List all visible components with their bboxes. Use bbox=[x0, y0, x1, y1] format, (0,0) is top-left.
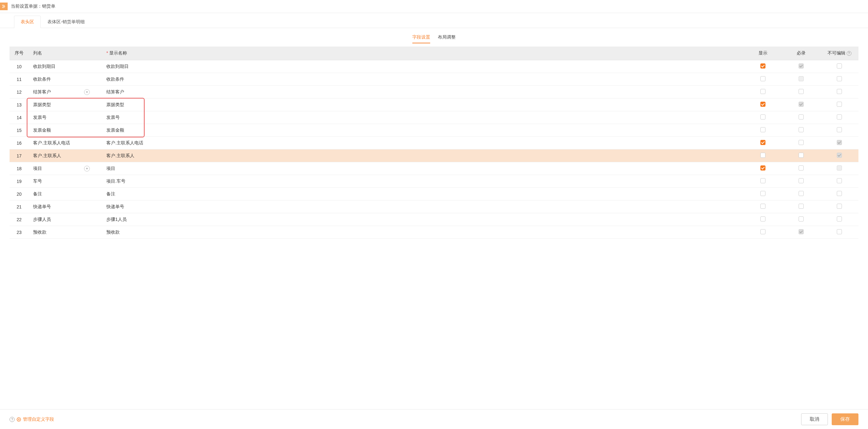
cell-display[interactable]: 快递单号 bbox=[102, 200, 744, 213]
checkbox-show[interactable] bbox=[761, 76, 766, 81]
col-header-show: 显示 bbox=[744, 47, 782, 60]
table-row[interactable]: 17客户.主联系人客户.主联系人 bbox=[9, 149, 859, 162]
cell-display[interactable]: 客户.主联系人电话 bbox=[102, 137, 744, 149]
checkbox-show[interactable] bbox=[761, 178, 766, 183]
table-row[interactable]: 22步骤人员步骤1人员 bbox=[9, 213, 859, 226]
cell-display[interactable]: 备注 bbox=[102, 188, 744, 200]
checkbox-required[interactable] bbox=[799, 153, 804, 158]
cell-seq: 18 bbox=[9, 162, 29, 175]
cell-show bbox=[744, 137, 782, 149]
table-row[interactable]: 13票据类型票据类型 bbox=[9, 98, 859, 111]
cell-display[interactable]: 收款到期日 bbox=[102, 60, 744, 73]
cell-required bbox=[782, 162, 820, 175]
add-child-button[interactable]: + bbox=[84, 166, 90, 171]
table-row[interactable]: 23预收款预收款 bbox=[9, 226, 859, 239]
checkbox-required[interactable] bbox=[799, 114, 804, 119]
cell-display[interactable]: 客户.主联系人 bbox=[102, 149, 744, 162]
cell-name: 车号 bbox=[29, 175, 102, 188]
checkbox-readonly[interactable] bbox=[837, 217, 842, 222]
checkbox-readonly[interactable] bbox=[837, 89, 842, 94]
checkbox-readonly bbox=[837, 140, 842, 145]
table-row[interactable]: 10收款到期日收款到期日 bbox=[9, 60, 859, 73]
checkbox-show[interactable] bbox=[761, 63, 766, 68]
checkbox-readonly[interactable] bbox=[837, 76, 842, 81]
primary-tab-0[interactable]: 表头区 bbox=[14, 16, 41, 28]
cell-display[interactable]: 项目.车号 bbox=[102, 175, 744, 188]
cell-seq: 14 bbox=[9, 111, 29, 124]
table-row[interactable]: 15发票金额发票金额 bbox=[9, 124, 859, 137]
cell-name: 步骤人员 bbox=[29, 213, 102, 226]
checkbox-required[interactable] bbox=[799, 191, 804, 196]
cell-display[interactable]: 项目 bbox=[102, 162, 744, 175]
secondary-tab-0[interactable]: 字段设置 bbox=[412, 32, 430, 44]
cell-required bbox=[782, 98, 820, 111]
checkbox-required[interactable] bbox=[799, 165, 804, 171]
checkbox-show[interactable] bbox=[761, 229, 766, 234]
cell-readonly bbox=[820, 200, 859, 213]
checkbox-required[interactable] bbox=[799, 204, 804, 209]
table-row[interactable]: 12结算客户+结算客户 bbox=[9, 86, 859, 98]
table-row[interactable]: 11收款条件收款条件 bbox=[9, 73, 859, 86]
checkbox-readonly[interactable] bbox=[837, 229, 842, 234]
checkbox-readonly[interactable] bbox=[837, 204, 842, 209]
checkbox-readonly[interactable] bbox=[837, 114, 842, 119]
checkbox-show[interactable] bbox=[761, 102, 766, 107]
checkbox-show[interactable] bbox=[761, 140, 766, 145]
checkbox-readonly[interactable] bbox=[837, 102, 842, 107]
checkbox-show[interactable] bbox=[761, 153, 766, 158]
table-row[interactable]: 20备注备注 bbox=[9, 188, 859, 200]
header-title: 当前设置单据：销货单 bbox=[11, 3, 55, 9]
cell-seq: 20 bbox=[9, 188, 29, 200]
cell-display[interactable]: 结算客户 bbox=[102, 86, 744, 98]
table-row[interactable]: 19车号项目.车号 bbox=[9, 175, 859, 188]
checkbox-show[interactable] bbox=[761, 165, 766, 171]
cell-show bbox=[744, 175, 782, 188]
checkbox-show[interactable] bbox=[761, 217, 766, 222]
checkbox-show[interactable] bbox=[761, 114, 766, 119]
cell-name: 收款到期日 bbox=[29, 60, 102, 73]
cell-required bbox=[782, 60, 820, 73]
cell-name: 发票号 bbox=[29, 111, 102, 124]
checkbox-required[interactable] bbox=[799, 140, 804, 145]
table-row[interactable]: 21快递单号快递单号 bbox=[9, 200, 859, 213]
table-row[interactable]: 16客户.主联系人电话客户.主联系人电话 bbox=[9, 137, 859, 149]
checkbox-readonly[interactable] bbox=[837, 63, 842, 68]
cell-display[interactable]: 步骤1人员 bbox=[102, 213, 744, 226]
checkbox-readonly[interactable] bbox=[837, 191, 842, 196]
checkbox-required[interactable] bbox=[799, 89, 804, 94]
checkbox-show[interactable] bbox=[761, 89, 766, 94]
cell-show bbox=[744, 124, 782, 137]
checkbox-required bbox=[799, 76, 804, 81]
cell-seq: 12 bbox=[9, 86, 29, 98]
expand-toggle[interactable] bbox=[0, 3, 8, 10]
cell-display[interactable]: 票据类型 bbox=[102, 98, 744, 111]
cell-display[interactable]: 预收款 bbox=[102, 226, 744, 239]
cell-seq: 16 bbox=[9, 137, 29, 149]
table-row[interactable]: 18项目+项目 bbox=[9, 162, 859, 175]
cell-readonly bbox=[820, 124, 859, 137]
checkbox-show[interactable] bbox=[761, 127, 766, 132]
checkbox-readonly[interactable] bbox=[837, 127, 842, 132]
checkbox-required[interactable] bbox=[799, 217, 804, 222]
help-icon[interactable]: ? bbox=[847, 51, 851, 56]
cell-display[interactable]: 发票号 bbox=[102, 111, 744, 124]
primary-tab-1[interactable]: 表体区-销货单明细 bbox=[41, 16, 91, 28]
table-row[interactable]: 14发票号发票号 bbox=[9, 111, 859, 124]
cell-display[interactable]: 收款条件 bbox=[102, 73, 744, 86]
checkbox-show[interactable] bbox=[761, 191, 766, 196]
cell-display[interactable]: 发票金额 bbox=[102, 124, 744, 137]
cell-required bbox=[782, 226, 820, 239]
cell-seq: 15 bbox=[9, 124, 29, 137]
cell-show bbox=[744, 162, 782, 175]
cell-readonly bbox=[820, 98, 859, 111]
secondary-tab-1[interactable]: 布局调整 bbox=[438, 32, 456, 44]
checkbox-readonly bbox=[837, 153, 842, 158]
cell-name: 票据类型 bbox=[29, 98, 102, 111]
add-child-button[interactable]: + bbox=[84, 89, 90, 95]
checkbox-required[interactable] bbox=[799, 178, 804, 183]
checkbox-required[interactable] bbox=[799, 127, 804, 132]
checkbox-readonly[interactable] bbox=[837, 178, 842, 183]
cell-show bbox=[744, 200, 782, 213]
checkbox-show[interactable] bbox=[761, 204, 766, 209]
cell-show bbox=[744, 226, 782, 239]
